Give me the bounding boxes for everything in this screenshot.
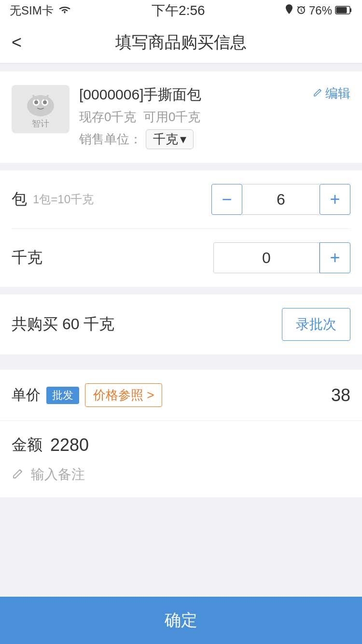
svg-point-8 bbox=[43, 100, 47, 104]
alarm-icon bbox=[296, 4, 306, 17]
batch-button[interactable]: 录批次 bbox=[282, 308, 350, 341]
amount-section: 金额 2280 输入备注 bbox=[0, 421, 362, 497]
price-label: 单价 批发 价格参照 > bbox=[12, 383, 162, 407]
kg-row: 千克 + bbox=[12, 229, 350, 287]
bao-plus-button[interactable]: + bbox=[320, 184, 350, 215]
status-bar: 无SIM卡 下午2:56 76% bbox=[0, 0, 362, 21]
product-unit: 销售单位： 千克 ▾ bbox=[79, 129, 350, 149]
price-ref-button[interactable]: 价格参照 > bbox=[85, 383, 162, 407]
page-title: 填写商品购买信息 bbox=[115, 31, 247, 54]
price-value: 38 bbox=[331, 385, 350, 406]
edit-note-icon bbox=[12, 466, 25, 483]
amount-row: 金额 2280 bbox=[12, 434, 350, 456]
chevron-down-icon: ▾ bbox=[180, 132, 186, 147]
back-button[interactable]: < bbox=[12, 32, 22, 53]
nav-bar: < 填写商品购买信息 bbox=[0, 21, 362, 64]
battery-label: 76% bbox=[309, 4, 332, 17]
kg-qty-input[interactable] bbox=[213, 242, 320, 273]
input-section: 包 1包=10千克 − + 千克 + bbox=[0, 170, 362, 287]
bao-qty-input[interactable] bbox=[242, 184, 320, 215]
product-card: 智计 [0000006]手撕面包 现存0千克 可用0千克 销售单位： 千克 ▾ bbox=[0, 71, 362, 163]
confirm-bar[interactable]: 确定 bbox=[0, 597, 362, 644]
svg-rect-3 bbox=[336, 7, 347, 14]
battery-icon bbox=[335, 4, 352, 17]
confirm-label: 确定 bbox=[165, 609, 197, 631]
separator-2 bbox=[0, 354, 362, 362]
status-time: 下午2:56 bbox=[152, 1, 205, 20]
product-stock: 现存0千克 可用0千克 bbox=[79, 109, 350, 126]
summary-section: 共购买 60 千克 录批次 bbox=[0, 294, 362, 354]
note-row[interactable]: 输入备注 bbox=[12, 465, 350, 484]
kg-label: 千克 bbox=[12, 247, 42, 268]
batch-tag: 批发 bbox=[46, 387, 79, 404]
amount-value: 2280 bbox=[50, 435, 89, 455]
kg-plus-button[interactable]: + bbox=[320, 242, 350, 273]
product-thumbnail: 智计 bbox=[12, 85, 70, 133]
unit-select[interactable]: 千克 ▾ bbox=[146, 129, 194, 149]
price-section: 单价 批发 价格参照 > 38 bbox=[0, 370, 362, 421]
separator-1 bbox=[0, 163, 362, 170]
edit-button[interactable]: 编辑 bbox=[313, 85, 350, 102]
product-name: [0000006]手撕面包 bbox=[79, 85, 350, 105]
bao-minus-button[interactable]: − bbox=[211, 184, 242, 215]
note-placeholder[interactable]: 输入备注 bbox=[31, 465, 85, 484]
bao-row: 包 1包=10千克 − + bbox=[12, 170, 350, 229]
svg-rect-2 bbox=[350, 8, 351, 12]
edit-icon bbox=[313, 86, 323, 101]
product-info: [0000006]手撕面包 现存0千克 可用0千克 销售单位： 千克 ▾ bbox=[79, 85, 350, 149]
kg-qty-control: + bbox=[213, 242, 350, 273]
bao-qty-control: − + bbox=[211, 184, 350, 215]
status-left: 无SIM卡 bbox=[10, 3, 72, 18]
price-row: 单价 批发 价格参照 > 38 bbox=[12, 383, 350, 407]
status-right: 76% bbox=[285, 4, 352, 17]
bao-label: 包 1包=10千克 bbox=[12, 189, 94, 210]
svg-point-4 bbox=[27, 95, 54, 116]
summary-text: 共购买 60 千克 bbox=[12, 314, 114, 335]
wifi-icon bbox=[57, 4, 72, 17]
bao-hint: 1包=10千克 bbox=[33, 192, 94, 207]
carrier-label: 无SIM卡 bbox=[10, 3, 54, 18]
svg-point-7 bbox=[34, 100, 38, 104]
location-icon bbox=[285, 4, 293, 17]
